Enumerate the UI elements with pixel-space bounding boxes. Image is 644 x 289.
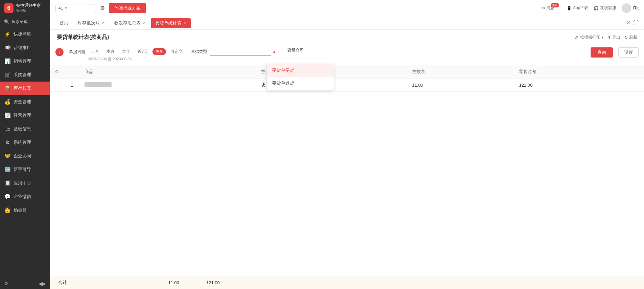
print-icon: 🖨	[575, 35, 579, 40]
export-btn[interactable]: ⬆ 导出	[607, 35, 620, 40]
member-icon: 👑	[4, 207, 11, 214]
wechat-icon: 💬	[4, 193, 11, 200]
page-content: 要货单统计表(按商品) 🖨 按模板打印 ▾ ⬆ 导出 ↻ 刷新 ›	[50, 30, 644, 289]
system-icon: ⚙	[4, 139, 11, 146]
sidebar-item-operation[interactable]: 📈 经营管理	[0, 109, 50, 122]
sidebar-logo: 6 畅捷通好生意 标准版	[0, 0, 50, 16]
topbar-select[interactable]: 41 ▾	[55, 4, 96, 12]
messages-icon: ✉	[542, 6, 545, 10]
logo-sub: 标准版	[16, 8, 41, 13]
footer-label: 合计	[54, 280, 152, 286]
messages-btn[interactable]: ✉ 消息 99+	[542, 5, 554, 11]
sidebar-item-wechat[interactable]: 💬 企业微信	[0, 190, 50, 203]
app-label: App下载	[573, 5, 588, 11]
cell-product	[80, 79, 257, 92]
col-header-amount: 零售金额	[515, 65, 644, 79]
topbar-right: ✉ 消息 99+ 📱 App下载 🎧 在线客服 Rit	[542, 3, 639, 13]
tabbar: 首页 库存批次账 ✕ 收发存汇总表 ✕ 要货单统计表 ✕ ✕ ⛶	[50, 16, 644, 30]
operation-icon: 📈	[4, 112, 11, 119]
tab-home[interactable]: 首页	[55, 18, 72, 28]
sidebar-item-label: 企业微信	[14, 194, 31, 200]
sidebar-item-apps[interactable]: 🔲 应用中心	[0, 176, 50, 190]
dropdown-item-1[interactable]: 要货单退货	[267, 77, 334, 90]
sidebar-item-label: 应用中心	[14, 180, 31, 186]
user-name: Rit	[633, 5, 639, 10]
settings-button[interactable]: 设置	[618, 47, 639, 58]
tab-close-icon[interactable]: ✕	[143, 21, 146, 25]
expand-tabs-icon[interactable]: ⛶	[633, 20, 639, 26]
date-btn-more[interactable]: 更多	[152, 48, 166, 55]
print-label: 按模板打印	[580, 35, 600, 40]
date-btn-this-month[interactable]: 本月	[103, 47, 118, 56]
sidebar-item-quick-nav[interactable]: ⚡ 快捷导航	[0, 27, 50, 41]
purchase-icon: 🛒	[4, 71, 11, 78]
footer-qty: 11.00	[152, 280, 186, 285]
sidebar-item-label: 系统管理	[14, 139, 31, 146]
tab-close-icon[interactable]: ✕	[102, 21, 105, 25]
logo-icon: 6	[4, 3, 14, 13]
sidebar-item-guide[interactable]: 🆕 新手引导	[0, 163, 50, 176]
table-footer: 合计 11.00 121.00	[50, 276, 644, 289]
enterprise-icon: 🤝	[4, 153, 11, 159]
date-filter-label: 单据日期	[69, 49, 85, 55]
sidebar-item-label: 销售管理	[14, 58, 31, 64]
data-table: ⚙ 商品 主计量单位 主数量 零售金额 1	[50, 65, 644, 92]
sidebar-item-finance[interactable]: 💰 资金管理	[0, 95, 50, 109]
sidebar-item-basic[interactable]: 🗂 基础信息	[0, 122, 50, 136]
cell-no: 1	[64, 79, 80, 92]
sidebar-item-label: 采购管理	[14, 72, 31, 78]
warehouse-more-icon[interactable]: ···	[310, 47, 314, 52]
guide-icon: 🆕	[4, 166, 11, 173]
filter-expand-btn[interactable]: ›	[55, 48, 64, 56]
print-btn[interactable]: 🖨 按模板打印 ▾	[575, 35, 603, 40]
marketing-icon: 📢	[4, 44, 11, 51]
refresh-label: 刷新	[629, 35, 637, 40]
messages-badge: 99+	[551, 3, 559, 7]
sidebar-item-inventory[interactable]: 📦 库存核算	[0, 82, 50, 95]
sidebar-item-marketing[interactable]: 📢 营销推广	[0, 41, 50, 54]
query-button[interactable]: 查询	[591, 47, 613, 58]
column-settings-icon[interactable]: ⚙	[55, 69, 59, 74]
topbar-gear-icon[interactable]: ⚙	[100, 5, 105, 11]
refresh-btn[interactable]: ↻ 刷新	[624, 35, 637, 40]
sidebar-item-label: 库存核算	[14, 85, 31, 91]
sidebar-item-label: 基础信息	[14, 126, 31, 132]
date-btn-custom[interactable]: 自定义	[167, 47, 186, 56]
online-service-btn[interactable]: 🎧 在线客服	[594, 5, 616, 11]
collapse-footer-btn[interactable]: ◀▶	[39, 281, 46, 286]
dropdown-item-0[interactable]: 要货单要货	[267, 64, 334, 77]
type-dropdown-arrow[interactable]: ▲	[272, 49, 277, 54]
sidebar-item-purchase[interactable]: 🛒 采购管理	[0, 68, 50, 82]
close-all-tabs-btn[interactable]: ✕	[626, 20, 630, 26]
trial-button[interactable]: 体验行业方案	[109, 3, 146, 13]
sidebar-item-sales[interactable]: 📊 销售管理	[0, 54, 50, 68]
tab-close-icon[interactable]: ✕	[184, 21, 187, 25]
tab-inventory-batch-label: 库存批次账	[78, 20, 100, 26]
filter-date-group: 单据日期 上月 本月 本年 近7天 更多 自定义 2023-05-06 至 20…	[69, 47, 186, 62]
app-download-btn[interactable]: 📱 App下载	[567, 5, 588, 11]
type-input-wrap: ▲	[210, 47, 277, 55]
date-btn-last-7days[interactable]: 近7天	[135, 47, 151, 56]
tab-receive-send[interactable]: 收发存汇总表 ✕	[110, 18, 150, 28]
user-menu[interactable]: Rit	[622, 3, 639, 13]
quick-nav-icon: ⚡	[4, 31, 11, 38]
sidebar-item-member[interactable]: 👑 畅会员	[0, 203, 50, 217]
type-filter-input[interactable]	[210, 47, 271, 55]
date-btn-this-year[interactable]: 本年	[119, 47, 133, 56]
sidebar-item-label: 新手引导	[14, 166, 31, 173]
sidebar-item-label: 畅会员	[14, 207, 27, 213]
sidebar-item-enterprise[interactable]: 🤝 企业协同	[0, 149, 50, 163]
sidebar-nav: ⚡ 快捷导航 📢 营销推广 📊 销售管理 🛒 采购管理 📦 库存核算 💰 资金管…	[0, 27, 50, 278]
cell-qty: 11.00	[408, 79, 515, 92]
filter-bar: › 单据日期 上月 本月 本年 近7天 更多 自定义 2023-05-06 至 …	[50, 44, 644, 65]
sidebar-item-system[interactable]: ⚙ 系统管理	[0, 136, 50, 149]
cell-amount: 121.00	[515, 79, 644, 92]
tab-inventory-batch[interactable]: 库存批次账 ✕	[74, 18, 109, 28]
avatar	[622, 3, 631, 13]
date-btn-last-month[interactable]: 上月	[88, 47, 102, 56]
settings-footer-btn[interactable]: ⚙	[4, 281, 8, 286]
sidebar-search[interactable]: 🔍 搜索菜单	[0, 16, 50, 27]
tab-order-stats[interactable]: 要货单统计表 ✕	[151, 18, 191, 28]
inventory-icon: 📦	[4, 85, 11, 92]
basic-icon: 🗂	[4, 126, 11, 132]
